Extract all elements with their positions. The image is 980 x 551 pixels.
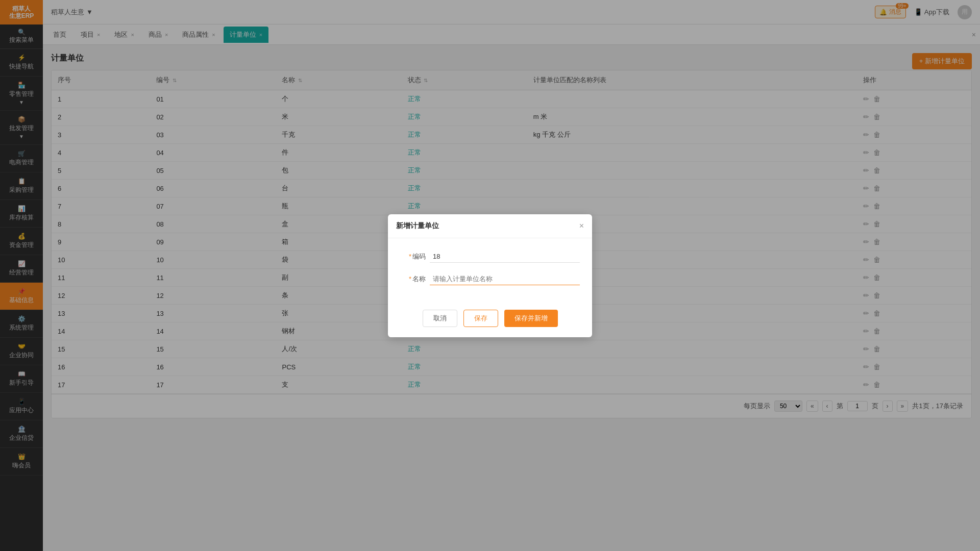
add-unit-modal: 新增计量单位 × *编码 *名称 取消 保存 保存并新增 (388, 214, 592, 337)
modal-title: 新增计量单位 (396, 221, 439, 231)
modal-footer: 取消 保存 保存并新增 (388, 304, 592, 337)
modal-overlay[interactable]: 新增计量单位 × *编码 *名称 取消 保存 保存并新增 (0, 0, 980, 551)
cancel-button[interactable]: 取消 (423, 310, 457, 327)
name-input[interactable] (430, 273, 580, 285)
save-button[interactable]: 保存 (463, 310, 498, 327)
code-required-mark: * (409, 253, 411, 260)
save-and-new-button[interactable]: 保存并新增 (504, 310, 558, 327)
form-row-code: *编码 (400, 251, 580, 263)
name-required-mark: * (409, 275, 411, 283)
modal-header: 新增计量单位 × (388, 214, 592, 238)
form-row-name: *名称 (400, 273, 580, 285)
code-label: *编码 (400, 252, 426, 261)
name-label: *名称 (400, 274, 426, 284)
modal-body: *编码 *名称 (388, 238, 592, 304)
modal-close-button[interactable]: × (579, 222, 584, 230)
code-input[interactable] (430, 251, 580, 263)
